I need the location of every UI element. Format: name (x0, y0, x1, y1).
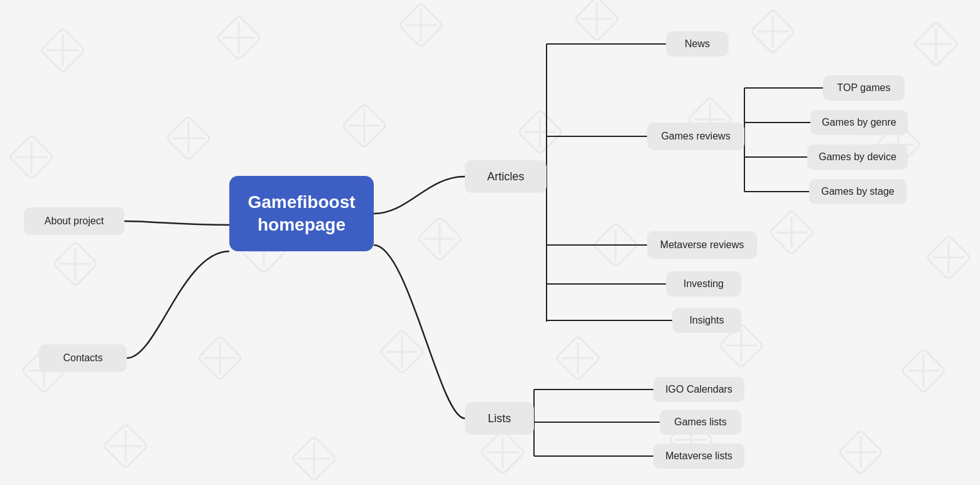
contacts-node[interactable]: Contacts (39, 344, 127, 372)
nodes-layer: Gamefiboosthomepage About project Contac… (0, 0, 980, 485)
metaverse-lists-label: Metaverse lists (665, 450, 732, 462)
games-by-genre-node[interactable]: Games by genre (810, 110, 908, 135)
metaverse-reviews-node[interactable]: Metaverse reviews (647, 231, 757, 259)
metaverse-reviews-label: Metaverse reviews (660, 239, 744, 251)
about-project-label: About project (45, 215, 104, 227)
investing-label: Investing (683, 278, 724, 290)
center-label: Gamefiboosthomepage (248, 191, 355, 237)
insights-node[interactable]: Insights (672, 308, 741, 333)
lists-label: Lists (487, 412, 511, 425)
articles-label: Articles (487, 170, 524, 183)
news-node[interactable]: News (666, 31, 729, 57)
igo-calendars-label: IGO Calendars (665, 384, 732, 395)
contacts-label: Contacts (63, 352, 102, 364)
lists-node[interactable]: Lists (465, 402, 534, 435)
investing-node[interactable]: Investing (666, 271, 741, 297)
about-project-node[interactable]: About project (24, 207, 124, 235)
games-by-device-node[interactable]: Games by device (807, 144, 908, 170)
igo-calendars-node[interactable]: IGO Calendars (653, 377, 744, 402)
games-reviews-node[interactable]: Games reviews (647, 123, 744, 150)
games-reviews-label: Games reviews (661, 131, 730, 142)
games-by-genre-label: Games by genre (822, 117, 896, 128)
games-by-stage-node[interactable]: Games by stage (809, 179, 906, 204)
center-node: Gamefiboosthomepage (229, 176, 374, 251)
news-label: News (685, 38, 710, 50)
insights-label: Insights (689, 315, 724, 326)
articles-node[interactable]: Articles (465, 160, 547, 193)
top-games-label: TOP games (837, 82, 891, 94)
top-games-node[interactable]: TOP games (823, 75, 905, 101)
metaverse-lists-node[interactable]: Metaverse lists (653, 444, 744, 469)
games-lists-node[interactable]: Games lists (660, 410, 741, 435)
games-by-stage-label: Games by stage (821, 186, 895, 197)
games-lists-label: Games lists (674, 417, 727, 428)
games-by-device-label: Games by device (819, 151, 896, 163)
